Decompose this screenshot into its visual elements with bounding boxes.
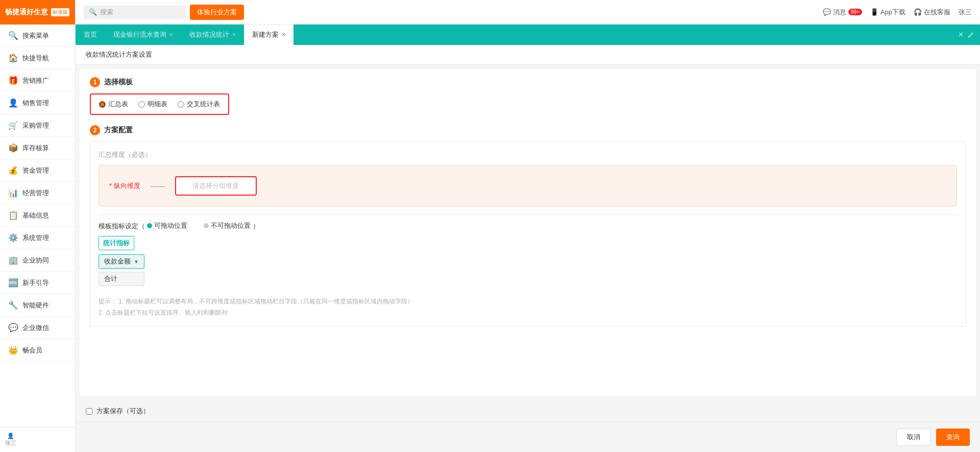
radio-cross-input[interactable]	[178, 101, 184, 108]
vertical-dim-label: * 纵向维度	[109, 181, 140, 191]
sidebar-item-quick-nav[interactable]: 🏠快捷导航	[0, 47, 75, 69]
logo-badge: 标准版	[51, 8, 69, 16]
step1-section: 1 选择模板 汇总表 明细表 交叉统计表	[90, 77, 966, 115]
sales-icon: 👤	[8, 98, 18, 108]
tabs-bar: 首页现金银行流水查询×收款情况统计×新建方案× × ⤢	[76, 25, 980, 45]
basic-info-icon: 📋	[8, 210, 18, 220]
radio-detail-input[interactable]	[138, 101, 145, 108]
no-drag-badge: 不可拖动位置	[204, 221, 251, 230]
sidebar-item-label-sales: 销售管理	[22, 99, 49, 108]
query-button[interactable]: 查询	[936, 429, 970, 446]
download-item[interactable]: 📱 App下载	[870, 8, 905, 17]
sidebar-logo: 畅捷通好生意 标准版	[0, 0, 75, 25]
sidebar-item-hardware[interactable]: 🔧智能硬件	[0, 294, 75, 317]
tab-receipt-stats[interactable]: 收款情况统计×	[181, 25, 244, 45]
tab-close-receipt-stats[interactable]: ×	[232, 31, 236, 38]
sidebar-item-label-finance: 资金管理	[22, 166, 49, 175]
sidebar: 畅捷通好生意 标准版 🔍搜索菜单🏠快捷导航🎁营销推广👤销售管理🛒采购管理📦库存核…	[0, 0, 76, 452]
tab-bank-flow[interactable]: 现金银行流水查询×	[105, 25, 181, 45]
divider	[99, 215, 957, 215]
hardware-icon: 🔧	[8, 300, 18, 310]
sidebar-item-marketing[interactable]: 🎁营销推广	[0, 69, 75, 92]
indicators-config-text: 模板指标设定（ 可拖动位置 不可拖动位置 ）	[99, 221, 259, 231]
logo-text: 畅捷通好生意	[5, 8, 48, 17]
page-header: 收款情况统计方案设置	[76, 45, 980, 65]
radio-summary-input[interactable]	[99, 101, 106, 108]
message-item[interactable]: 💬 消息 99+	[823, 8, 862, 17]
service-icon: 🎧	[914, 8, 922, 16]
sidebar-item-basic-info[interactable]: 📋基础信息	[0, 204, 75, 227]
sidebar-item-operation[interactable]: 📊经营管理	[0, 182, 75, 204]
indicator-subtag-total: 合计	[99, 272, 144, 286]
service-item[interactable]: 🎧 在线客服	[914, 8, 950, 17]
sidebar-item-sales[interactable]: 👤销售管理	[0, 92, 75, 114]
tab-close-new-plan[interactable]: ×	[282, 31, 285, 38]
sidebar-item-enterprise[interactable]: 🏢企业协同	[0, 249, 75, 272]
indicator-tag-amount[interactable]: 收款金额 ▼	[99, 254, 144, 269]
wechat-icon: 💬	[8, 323, 18, 332]
radio-detail[interactable]: 明细表	[138, 100, 167, 109]
radio-cross[interactable]: 交叉统计表	[178, 100, 220, 109]
message-badge: 99+	[848, 9, 862, 15]
sidebar-item-label-quick-nav: 快捷导航	[22, 54, 49, 63]
dim-select-box[interactable]: 请选择分组维度	[175, 176, 257, 196]
draggable-badge: 可拖动位置	[147, 221, 187, 230]
sidebar-item-search-menu[interactable]: 🔍搜索菜单	[0, 25, 75, 47]
search-menu-icon: 🔍	[8, 31, 18, 40]
user-name-item[interactable]: 张三	[959, 8, 972, 17]
search-bar[interactable]: 🔍 搜索	[84, 6, 186, 19]
radio-summary[interactable]: 汇总表	[99, 100, 128, 109]
drag-dot	[147, 223, 152, 228]
sidebar-item-guide[interactable]: 🆕新手引导	[0, 272, 75, 294]
sidebar-item-label-guide: 新手引导	[22, 278, 49, 288]
tab-home[interactable]: 首页	[76, 25, 105, 45]
summary-dim-label: 汇总维度（必选）	[99, 150, 957, 159]
content-area: 收款情况统计方案设置 1 选择模板 汇总表 明细表	[76, 45, 980, 452]
sidebar-item-finance[interactable]: 💰资金管理	[0, 159, 75, 182]
config-section: 汇总维度（必选） * 纵向维度 —— 请选择分组维度 模板指标设定（	[90, 141, 966, 327]
main-area: 🔍 搜索 体验行业方案 💬 消息 99+ 📱 App下载 🎧 在线客服 张三	[76, 0, 980, 452]
sidebar-item-wechat[interactable]: 💬企业微信	[0, 317, 75, 339]
guide-icon: 🆕	[8, 278, 18, 288]
stats-indicators-block: 统计指标 收款金额 ▼ 合计	[99, 236, 144, 286]
inventory-icon: 📦	[8, 143, 18, 153]
sidebar-item-label-search-menu: 搜索菜单	[22, 31, 49, 40]
indicator-tag-label: 收款金额	[104, 257, 131, 266]
trial-button[interactable]: 体验行业方案	[190, 5, 244, 20]
step1-title: 选择模板	[104, 78, 133, 87]
footer-buttons: 取消 查询	[76, 422, 980, 452]
sidebar-item-member[interactable]: 👑畅会员	[0, 339, 75, 362]
system-icon: ⚙️	[8, 233, 18, 243]
operation-icon: 📊	[8, 188, 18, 198]
step2-number: 2	[90, 125, 100, 135]
indicator-tags: 收款金额 ▼ 合计	[99, 254, 144, 286]
save-checkbox[interactable]	[86, 408, 92, 415]
sidebar-item-label-purchase: 采购管理	[22, 121, 49, 130]
no-drag-dot	[204, 223, 209, 228]
sidebar-item-inventory[interactable]: 📦库存核算	[0, 137, 75, 159]
sidebar-item-label-marketing: 营销推广	[22, 76, 49, 85]
cancel-button[interactable]: 取消	[896, 429, 931, 446]
finance-icon: 💰	[8, 165, 18, 175]
sidebar-item-purchase[interactable]: 🛒采购管理	[0, 114, 75, 137]
user-name: 张三	[959, 8, 972, 17]
tip-1: 提示： 1. 拖动标题栏可以调整布局，不可跨维度或指标区域拖动栏目字段（只能在同…	[99, 296, 957, 307]
sidebar-item-label-wechat: 企业微信	[22, 323, 49, 332]
purchase-icon: 🛒	[8, 121, 18, 130]
tab-new-plan[interactable]: 新建方案×	[244, 25, 293, 45]
indicators-grid: 统计指标 收款金额 ▼ 合计	[99, 236, 957, 286]
search-icon: 🔍	[89, 8, 97, 16]
sidebar-bottom-user[interactable]: 👤 张三	[5, 433, 16, 447]
window-close-btn[interactable]: ×	[959, 30, 963, 39]
sidebar-item-label-member: 畅会员	[22, 346, 42, 355]
step1-number: 1	[90, 77, 100, 87]
tab-close-bank-flow[interactable]: ×	[169, 31, 173, 38]
message-label: 消息	[833, 8, 846, 17]
sidebar-item-system[interactable]: ⚙️系统管理	[0, 227, 75, 249]
window-expand-btn[interactable]: ⤢	[967, 30, 974, 40]
header-right: 💬 消息 99+ 📱 App下载 🎧 在线客服 张三	[823, 8, 972, 17]
radio-cross-label: 交叉统计表	[187, 100, 220, 109]
tab-label-receipt-stats: 收款情况统计	[189, 30, 229, 39]
header-left: 🔍 搜索 体验行业方案	[84, 5, 244, 20]
tips-section: 提示： 1. 拖动标题栏可以调整布局，不可跨维度或指标区域拖动栏目字段（只能在同…	[99, 296, 957, 318]
